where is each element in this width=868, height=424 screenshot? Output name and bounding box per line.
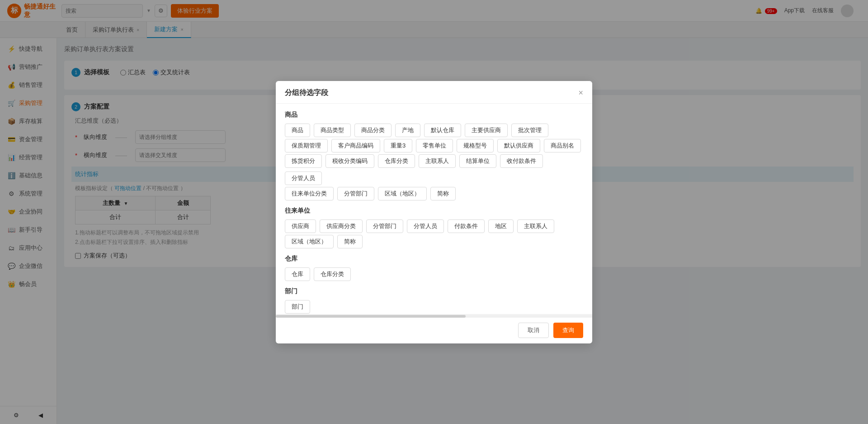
modal-overlay: 分组待选字段 × 商品 商品 商品类型 商品分类 产地 默认仓库 主要供应商 批… xyxy=(0,0,868,424)
field-tag-product-9[interactable]: 重量3 xyxy=(384,139,412,152)
section-title-product: 商品 xyxy=(285,111,583,119)
field-tag-product-8[interactable]: 客户商品编码 xyxy=(331,139,380,152)
modal-title: 分组待选字段 xyxy=(285,88,328,98)
field-tags-partner-2: 区域（地区） 简称 xyxy=(285,235,583,248)
section-title-warehouse: 仓库 xyxy=(285,255,583,263)
field-tag-product-23[interactable]: 区域（地区） xyxy=(378,187,427,200)
modal-body: 商品 商品 商品类型 商品分类 产地 默认仓库 主要供应商 批次管理 保质期管理… xyxy=(276,104,592,314)
field-tag-product-3[interactable]: 产地 xyxy=(395,124,420,137)
field-tag-product-13[interactable]: 商品别名 xyxy=(544,139,581,152)
modal-dialog: 分组待选字段 × 商品 商品 商品类型 商品分类 产地 默认仓库 主要供应商 批… xyxy=(276,81,592,343)
field-tags-partner: 供应商 供应商分类 分管部门 分管人员 付款条件 地区 主联系人 xyxy=(285,219,583,233)
field-tag-partner-7[interactable]: 区域（地区） xyxy=(285,235,334,248)
field-tag-product-16[interactable]: 仓库分类 xyxy=(378,154,415,168)
field-tag-product-1[interactable]: 商品类型 xyxy=(314,124,351,137)
field-tag-partner-0[interactable]: 供应商 xyxy=(285,219,316,233)
field-tag-product-2[interactable]: 商品分类 xyxy=(354,124,392,137)
modal-close-button[interactable]: × xyxy=(578,88,583,98)
field-tags-warehouse: 仓库 仓库分类 xyxy=(285,267,583,281)
field-tag-product-7[interactable]: 保质期管理 xyxy=(285,139,328,152)
field-tag-product-18[interactable]: 结算单位 xyxy=(459,154,496,168)
field-tags-product-2: 保质期管理 客户商品编码 重量3 零售单位 规格型号 默认供应商 商品别名 xyxy=(285,139,583,152)
field-tags-product-4: 往来单位分类 分管部门 区域（地区） 简称 xyxy=(285,187,583,200)
field-tag-product-12[interactable]: 默认供应商 xyxy=(497,139,540,152)
section-title-partner: 往来单位 xyxy=(285,207,583,215)
field-tag-product-10[interactable]: 零售单位 xyxy=(416,139,453,152)
cancel-button[interactable]: 取消 xyxy=(518,323,549,338)
modal-header: 分组待选字段 × xyxy=(276,81,592,104)
field-tag-product-6[interactable]: 批次管理 xyxy=(511,124,548,137)
modal-scrollbar-area xyxy=(276,314,592,317)
field-tag-warehouse-0[interactable]: 仓库 xyxy=(285,267,310,281)
field-tag-partner-2[interactable]: 分管部门 xyxy=(366,219,403,233)
scrollbar-track xyxy=(276,315,592,318)
field-tag-partner-4[interactable]: 付款条件 xyxy=(448,219,485,233)
field-tags-dept: 部门 xyxy=(285,300,583,314)
field-tag-warehouse-1[interactable]: 仓库分类 xyxy=(314,267,351,281)
field-tag-partner-3[interactable]: 分管人员 xyxy=(407,219,444,233)
field-tag-product-21[interactable]: 往来单位分类 xyxy=(285,187,334,200)
field-tag-product-22[interactable]: 分管部门 xyxy=(337,187,374,200)
field-tag-product-0[interactable]: 商品 xyxy=(285,124,310,137)
field-tag-product-5[interactable]: 主要供应商 xyxy=(465,124,508,137)
field-tag-partner-8[interactable]: 简称 xyxy=(337,235,363,248)
field-tag-product-20[interactable]: 分管人员 xyxy=(285,172,322,185)
field-tag-partner-5[interactable]: 地区 xyxy=(488,219,514,233)
modal-footer: 取消 查询 xyxy=(276,317,592,343)
field-tag-product-15[interactable]: 税收分类编码 xyxy=(326,154,374,168)
field-tag-partner-6[interactable]: 主联系人 xyxy=(517,219,554,233)
field-tag-dept-0[interactable]: 部门 xyxy=(285,300,310,314)
field-tag-product-4[interactable]: 默认仓库 xyxy=(424,124,461,137)
scrollbar-thumb[interactable] xyxy=(276,315,466,318)
field-tags-product: 商品 商品类型 商品分类 产地 默认仓库 主要供应商 批次管理 xyxy=(285,124,583,137)
field-tag-product-19[interactable]: 收付款条件 xyxy=(500,154,543,168)
section-title-dept: 部门 xyxy=(285,287,583,295)
field-tags-product-3: 拣货积分 税收分类编码 仓库分类 主联系人 结算单位 收付款条件 分管人员 xyxy=(285,154,583,185)
field-tag-product-17[interactable]: 主联系人 xyxy=(419,154,456,168)
field-tag-product-24[interactable]: 简称 xyxy=(430,187,456,200)
field-tag-product-14[interactable]: 拣货积分 xyxy=(285,154,322,168)
field-tag-product-11[interactable]: 规格型号 xyxy=(457,139,494,152)
confirm-button[interactable]: 查询 xyxy=(553,323,583,338)
field-tag-partner-1[interactable]: 供应商分类 xyxy=(320,219,363,233)
